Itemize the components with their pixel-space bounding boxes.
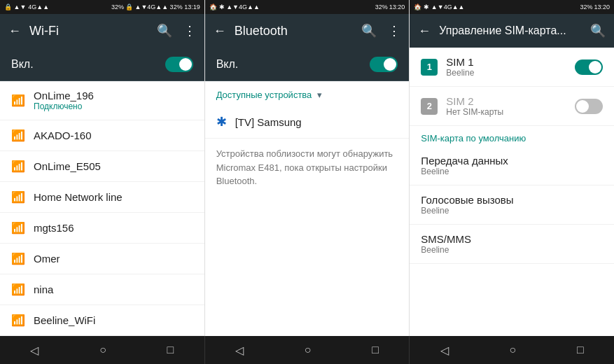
list-item[interactable]: 📶 nina [0,274,204,305]
wifi-title: Wi-Fi [29,24,148,38]
list-item[interactable]: 📶 mgts156 [0,213,204,244]
wifi-signal-icon: 4G▲▲ [28,4,49,10]
wifi-toggle-label: Вкл. [11,58,157,71]
bt-status-bar: 🏠 ✱ ▲▼4G▲▲ 32% 13:20 [205,0,410,14]
bt-back-button[interactable]: ← [211,21,229,41]
bt-bt-icon: ✱ ▲▼4G▲▲ [219,4,260,10]
sim-menu-voice[interactable]: Голосовые вызовы Beeline [410,186,614,225]
network-name-6: nina [34,284,193,295]
sim-menu-sms[interactable]: SMS/MMS Beeline [410,225,614,264]
network-name-5: Omer [34,253,193,265]
sim-panel: 🏠 ✱ ▲▼4G▲▲ 32% 13:20 ← Управление SIM-ка… [410,0,614,336]
wifi-signal-icon-1: 📶 [11,129,25,142]
sim2-sub: Нет SIM-карты [446,107,566,117]
wifi-signal-icon-0: 📶 [11,94,25,107]
bt-toggle[interactable] [370,57,398,72]
list-item[interactable]: 📶 AKADO-160 [0,120,204,151]
wifi-signal-icon-7: 📶 [11,314,25,327]
sim-title: Управление SIM-карта... [439,24,582,37]
wifi-signal-icon-4: 📶 [11,221,25,234]
bt-nav-home[interactable]: ○ [296,341,320,359]
wifi-signal-icon-5: 📶 [11,252,25,265]
wifi-back-button[interactable]: ← [6,21,24,41]
wifi-nav-back[interactable]: ◁ [22,341,47,360]
bluetooth-panel: 🏠 ✱ ▲▼4G▲▲ 32% 13:20 ← Bluetooth 🔍 ⋮ Вкл… [205,0,410,336]
sim-home-icon: 🏠 [414,4,421,10]
sim1-name: SIM 1 [446,56,566,68]
bt-nav-recents[interactable]: □ [363,341,387,359]
list-item[interactable]: 📶 OnLime_196 Подключено [0,81,204,120]
wifi-search-button[interactable]: 🔍 [154,20,175,41]
wifi-battery: 32% [111,4,124,10]
sim2-toggle[interactable] [575,99,603,114]
bt-device-item[interactable]: ✱ [TV] Samsung [205,106,410,139]
wifi-time: 🔒 ▲▼4G▲▲ 32% 13:19 [125,4,200,10]
network-name-0: OnLime_196 [34,90,193,102]
wifi-more-button[interactable]: ⋮ [181,20,199,41]
bt-battery: 32% [375,4,388,10]
sim-toolbar: ← Управление SIM-карта... 🔍 [410,14,614,48]
sim-default-label: SIM-карта по умолчанию [410,126,614,146]
wifi-toolbar: ← Wi-Fi 🔍 ⋮ [0,14,204,48]
sim-nav-bar: ◁ ○ □ [410,336,614,364]
bt-toggle-row: Вкл. [205,48,410,81]
sim-time: 13:20 [594,4,610,10]
wifi-toggle[interactable] [165,57,193,72]
sim-menu-sms-sub: Beeline [421,245,603,255]
bt-toggle-label: Вкл. [216,58,362,71]
sim-battery: 32% [580,4,592,10]
bt-nav-back[interactable]: ◁ [227,341,252,360]
bt-nav-bar: ◁ ○ □ [205,336,410,364]
sim-menu-voice-title: Голосовые вызовы [421,194,603,206]
wifi-nav-home[interactable]: ○ [91,341,115,359]
bt-device-name: [TV] Samsung [235,116,302,128]
sim1-sub: Beeline [446,68,566,78]
sim-menu-data-sub: Beeline [421,167,603,176]
sim1-toggle[interactable] [575,59,603,75]
network-name-1: AKADO-160 [34,130,193,141]
sim-nav-recents[interactable]: □ [568,341,592,359]
sim1-item: 1 SIM 1 Beeline [410,48,614,87]
sim-menu-data-title: Передача данных [421,155,603,167]
bt-more-button[interactable]: ⋮ [385,20,403,41]
sim-menu-sms-title: SMS/MMS [421,233,603,245]
wifi-signal-icon-2: 📶 [11,160,25,173]
bt-expand-icon: ▾ [317,90,322,100]
sim-status-bar: 🏠 ✱ ▲▼4G▲▲ 32% 13:20 [410,0,614,14]
network-name-7: Beeline_WiFi [34,314,193,326]
bt-content: Доступные устройства ▾ ✱ [TV] Samsung Ус… [205,81,410,336]
bt-device-icon: ✱ [216,114,227,130]
bt-section-header: Доступные устройства ▾ [205,81,410,106]
network-name-4: mgts156 [34,222,193,234]
sim-content: 1 SIM 1 Beeline 2 SIM 2 Нет SIM-карты SI… [410,48,614,336]
list-item[interactable]: 📶 OnLime_E505 [0,151,204,182]
list-item[interactable]: 📶 Omer [0,244,204,274]
wifi-status-icons: 🔒 ▲▼ [4,4,26,10]
wifi-signal-icon-3: 📶 [11,190,25,204]
network-name-3: Home Network line [34,191,193,203]
sim1-number: 1 [421,59,438,76]
sim-back-button[interactable]: ← [415,21,433,41]
sim-menu-voice-sub: Beeline [421,206,603,216]
bt-discovery-note: Устройства поблизости могут обнаружить M… [205,139,410,197]
sim-nav-back[interactable]: ◁ [432,341,457,360]
list-item[interactable]: 📶 Beeline_WiFi [0,305,204,336]
bt-time: 13:20 [389,4,405,10]
sim-search-button[interactable]: 🔍 [587,20,608,41]
sim-menu-data[interactable]: Передача данных Beeline [410,146,614,186]
sim-bt-icon: ✱ ▲▼4G▲▲ [424,4,464,10]
wifi-toggle-row: Вкл. [0,48,204,81]
list-item[interactable]: 📶 Home Network line [0,182,204,213]
bt-toolbar: ← Bluetooth 🔍 ⋮ [205,14,410,48]
sim-nav-home[interactable]: ○ [501,341,524,359]
wifi-nav-bar: ◁ ○ □ [0,336,205,364]
sim2-name: SIM 2 [446,95,566,107]
bt-title: Bluetooth [235,24,354,38]
bt-search-button[interactable]: 🔍 [358,20,379,41]
bottom-nav-bar: ◁ ○ □ ◁ ○ □ ◁ ○ □ [0,336,614,364]
network-name-2: OnLime_E505 [34,160,193,172]
wifi-panel: 🔒 ▲▼ 4G▲▲ 32% 🔒 ▲▼4G▲▲ 32% 13:19 ← Wi-Fi… [0,0,205,336]
bt-available-label: Доступные устройства [216,90,312,100]
wifi-nav-recents[interactable]: □ [159,341,183,359]
network-sub-0: Подключено [34,102,193,111]
